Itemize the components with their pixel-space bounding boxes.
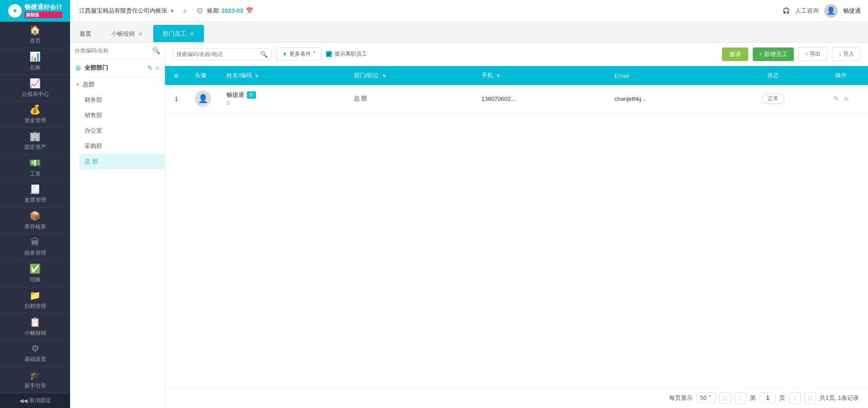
emp-name: 畅捷通 (226, 91, 244, 99)
employee-table: ⚙ 头像 姓名/编码 ⇅ 部门/职位 ⇅ (165, 66, 868, 113)
dept-edit-icon[interactable]: ✎ (147, 64, 153, 71)
sidebar-item-tax[interactable]: 🏛 税务管理 (0, 234, 70, 261)
emp-search-icon[interactable]: 🔍 (260, 51, 268, 58)
sidebar-item-expense[interactable]: 📋 小畅报销 (0, 313, 70, 340)
filter-chevron-icon: ˅ (313, 51, 316, 57)
tab-bar: 首页 小畅报销 ✕ 部门员工 ✕ (70, 22, 868, 43)
row-name-code: 畅捷通 部 0 (219, 85, 347, 113)
dept-header: ⊞ 全部部门 ✎ « (70, 59, 165, 77)
page-last-btn[interactable]: ⟩⟩ (804, 392, 816, 404)
page-number-input[interactable] (760, 393, 776, 403)
filter-label: 更多条件 (289, 50, 311, 58)
show-resigned-label: 显示离职员工 (335, 50, 367, 58)
unfix-arrow-icon: ◀◀ (19, 398, 28, 404)
calendar-icon[interactable]: 📅 (246, 7, 253, 14)
dept-search-icon[interactable]: 🔍 (152, 47, 160, 54)
dept-parent-general[interactable]: ▼ 总部 (70, 77, 165, 92)
company-name: 江西服宝精品有限责任公司内账张 (79, 7, 167, 15)
sidebar-item-home[interactable]: 🏠 首页 (0, 22, 70, 48)
emp-phone: 138070602... (481, 95, 516, 102)
sidebar-item-inventory[interactable]: 📦 库存核算 (0, 208, 70, 234)
tab-expense[interactable]: 小畅报销 ✕ (102, 25, 152, 42)
sidebar-unfix-btn[interactable]: ◀◀ 取消固定 (0, 394, 70, 408)
settings-sidebar-icon: ⚙ (31, 343, 39, 354)
inventory-icon: 📦 (29, 210, 41, 221)
checkout-icon: ✅ (29, 263, 41, 274)
emp-dept: 总 部 (354, 95, 368, 102)
logout-icon[interactable]: ⎋ (844, 95, 848, 102)
sidebar-item-funds[interactable]: 💰 资金管理 (0, 101, 70, 128)
tab-home[interactable]: 首页 (70, 25, 101, 42)
invite-button[interactable]: 邀请 (722, 47, 748, 61)
tab-department[interactable]: 部门员工 ✕ (153, 25, 204, 42)
sidebar-item-archive[interactable]: 📁 归档管理 (0, 287, 70, 314)
sidebar-item-checkout[interactable]: ✅ 结账 (0, 261, 70, 287)
username: 畅捷通 (843, 7, 861, 15)
page-size-select[interactable]: 50 ˅ (696, 393, 716, 403)
unfix-label: 取消固定 (29, 397, 51, 404)
th-name-code[interactable]: 姓名/编码 ⇅ (219, 66, 347, 85)
pagination: 每页显示 50 ˅ ⟨⟨ ⟨ 第 页 ⟩ ⟩⟩ 共1页, 1条记录 (165, 387, 868, 408)
reports-icon: 📈 (29, 78, 41, 89)
import-button[interactable]: ↓ 导入 (832, 47, 861, 61)
row-index: 1 (165, 85, 188, 113)
dept-grid-icon: ⊞ (75, 64, 81, 71)
logo-area: ✦ 畅捷通好会计 旗舰版 (0, 0, 70, 22)
ai-consult-label[interactable]: 人工咨询 (795, 7, 819, 15)
dept-collapse-icon[interactable]: « (156, 64, 159, 71)
th-avatar: 头像 (188, 66, 219, 85)
all-dept-label: 全部部门 (85, 64, 144, 72)
user-avatar: 👤 (824, 4, 838, 18)
emp-search-box: 🔍 (172, 48, 272, 60)
dept-child-general-dept[interactable]: 总 部 (79, 154, 165, 169)
edit-icon[interactable]: ✎ (834, 95, 839, 102)
show-resigned-checkbox[interactable] (326, 51, 332, 57)
sidebar-item-settings[interactable]: ⚙ 基础设置 (0, 340, 70, 367)
page-first-btn[interactable]: ⟨⟨ (719, 392, 731, 404)
export-button[interactable]: ↑ 导出 (798, 47, 827, 61)
home-icon: 🏠 (29, 24, 41, 35)
emp-table: ⚙ 头像 姓名/编码 ⇅ 部门/职位 ⇅ (165, 66, 868, 387)
sidebar-item-reports[interactable]: 📈 云报表中心 (0, 75, 70, 101)
tab-expense-close[interactable]: ✕ (138, 31, 143, 37)
dept-child-purchase[interactable]: 采购部 (79, 138, 165, 154)
page-prev-btn[interactable]: ⟨ (735, 392, 746, 404)
add-icon[interactable]: ＋ (181, 5, 189, 16)
sidebar-item-guide[interactable]: 🎓 新手引导 (0, 367, 70, 394)
dept-child-office[interactable]: 办公室 (79, 123, 165, 138)
th-phone[interactable]: 手机 ⇅ (474, 66, 608, 85)
dept-child-sales[interactable]: 销售部 (79, 108, 165, 123)
emp-search-input[interactable] (176, 51, 257, 57)
action-icons: ✎ ⎋ (821, 95, 861, 102)
page-next-btn[interactable]: ⟩ (789, 392, 801, 404)
headset-icon: 🎧 (783, 7, 790, 14)
sidebar-item-ledger[interactable]: 📊 总账 (0, 48, 70, 75)
page-size-value: 50 (700, 394, 707, 401)
import-icon: ↓ (839, 51, 841, 57)
content-area: 首页 小畅报销 ✕ 部门员工 ✕ 🔍 ⊞ 全部部门 (70, 22, 868, 408)
th-settings[interactable]: ⚙ (165, 66, 188, 85)
sidebar-item-invoice[interactable]: 🧾 发票管理 (0, 181, 70, 208)
dept-children: 财务部 销售部 办公室 采购部 (70, 92, 165, 169)
filter-btn[interactable]: ▼ 更多条件 ˅ (276, 47, 321, 61)
top-actions: ＋ ⚙ (181, 5, 203, 16)
th-dept-position[interactable]: 部门/职位 ⇅ (347, 66, 474, 85)
fixed-assets-icon: 🏢 (29, 131, 41, 142)
sidebar-item-salary[interactable]: 💵 工资 (0, 154, 70, 181)
company-dropdown-icon: ▾ (171, 8, 174, 14)
sidebar-item-fixed-assets[interactable]: 🏢 固定资产 (0, 128, 70, 155)
add-employee-button[interactable]: + 新增员工 (753, 47, 794, 61)
period-area: 账期 2023-03 📅 (207, 7, 253, 15)
page-size-label: 每页显示 (669, 394, 693, 402)
dept-search-area: 🔍 (70, 43, 165, 59)
logo-sub-badge: 旗舰版 (24, 12, 62, 18)
settings-icon[interactable]: ⚙ (196, 6, 203, 16)
ledger-icon: 📊 (29, 51, 41, 62)
tab-department-close[interactable]: ✕ (190, 31, 194, 37)
dept-child-finance[interactable]: 财务部 (79, 92, 165, 108)
company-selector[interactable]: 江西服宝精品有限责任公司内账张 ▾ (79, 7, 174, 15)
table-row: 1 👤 畅捷通 部 0 (165, 85, 868, 113)
dept-search-input[interactable] (75, 47, 152, 54)
table-header-row: ⚙ 头像 姓名/编码 ⇅ 部门/职位 ⇅ (165, 66, 868, 85)
goto-label: 第 (750, 394, 756, 402)
